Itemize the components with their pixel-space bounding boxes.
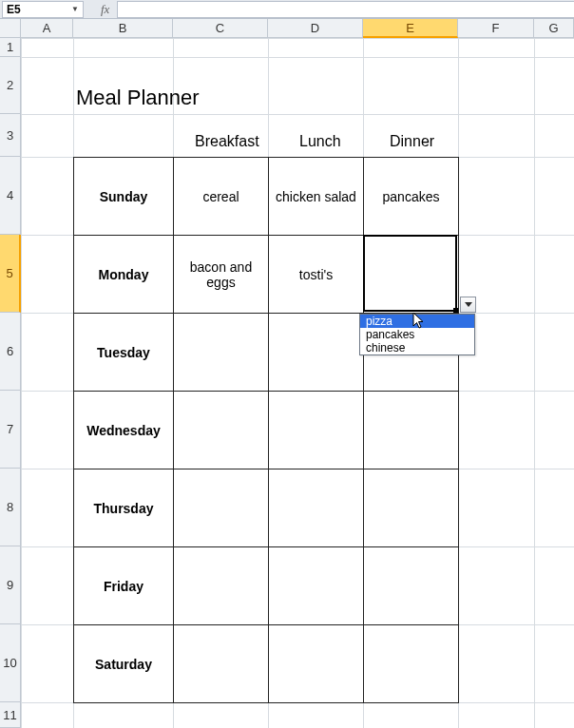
dropdown-option[interactable]: chinese [360, 341, 474, 354]
breakfast-cell[interactable] [174, 314, 269, 392]
breakfast-cell[interactable] [174, 547, 269, 625]
chevron-down-icon[interactable]: ▼ [71, 5, 79, 13]
dinner-cell[interactable] [364, 547, 459, 625]
row-header-7[interactable]: 7 [0, 391, 21, 469]
meal-planner-table: Sundaycerealchicken saladpancakesMondayb… [73, 157, 459, 703]
column-header-D[interactable]: D [268, 19, 363, 38]
row-header-1[interactable]: 1 [0, 38, 21, 57]
data-validation-dropdown-button[interactable] [460, 297, 476, 313]
day-label[interactable]: Monday [74, 236, 174, 314]
breakfast-cell[interactable] [174, 392, 269, 469]
day-label[interactable]: Thursday [74, 469, 174, 547]
lunch-cell[interactable] [269, 625, 364, 703]
data-validation-dropdown-list[interactable]: pizzapancakeschinese [359, 314, 475, 355]
column-header-A[interactable]: A [21, 19, 73, 38]
col-header-lunch: Lunch [299, 133, 341, 150]
name-box-value: E5 [7, 3, 21, 16]
lunch-cell[interactable]: tosti's [269, 236, 364, 314]
breakfast-cell[interactable] [174, 625, 269, 703]
dropdown-option[interactable]: pancakes [360, 328, 474, 341]
column-header-B[interactable]: B [73, 19, 173, 38]
column-header-F[interactable]: F [458, 19, 534, 38]
column-header-C[interactable]: C [173, 19, 268, 38]
lunch-cell[interactable] [269, 469, 364, 547]
column-header-E[interactable]: E [363, 19, 458, 38]
lunch-cell[interactable] [269, 392, 364, 469]
dinner-cell[interactable] [364, 625, 459, 703]
row-header-6[interactable]: 6 [0, 313, 21, 391]
dinner-cell[interactable] [364, 392, 459, 469]
lunch-cell[interactable] [269, 547, 364, 625]
select-all-corner[interactable] [0, 19, 21, 38]
spreadsheet-grid[interactable]: ABCDEFG 1234567891011 Meal Planner Break… [0, 19, 574, 728]
day-label[interactable]: Sunday [74, 158, 174, 236]
row-header-4[interactable]: 4 [0, 157, 21, 235]
day-label[interactable]: Tuesday [74, 314, 174, 392]
row-header-11[interactable]: 11 [0, 702, 21, 728]
row-header-10[interactable]: 10 [0, 624, 21, 702]
formula-input[interactable] [117, 1, 574, 18]
name-box[interactable]: E5 ▼ [2, 1, 84, 18]
lunch-cell[interactable]: chicken salad [269, 158, 364, 236]
row-header-3[interactable]: 3 [0, 114, 21, 157]
day-label[interactable]: Friday [74, 547, 174, 625]
breakfast-cell[interactable]: bacon and eggs [174, 236, 269, 314]
fx-icon[interactable]: fx [86, 2, 117, 17]
lunch-cell[interactable] [269, 314, 364, 392]
cells-canvas[interactable]: Meal Planner Breakfast Lunch Dinner Sund… [21, 38, 574, 728]
row-header-9[interactable]: 9 [0, 546, 21, 624]
col-header-breakfast: Breakfast [195, 133, 259, 150]
breakfast-cell[interactable]: cereal [174, 158, 269, 236]
col-header-dinner: Dinner [390, 133, 434, 150]
dinner-cell[interactable] [364, 469, 459, 547]
day-label[interactable]: Wednesday [74, 392, 174, 469]
column-header-G[interactable]: G [534, 19, 574, 38]
row-header-2[interactable]: 2 [0, 57, 21, 114]
page-title: Meal Planner [76, 86, 200, 110]
dinner-cell[interactable]: pancakes [364, 158, 459, 236]
row-header-8[interactable]: 8 [0, 469, 21, 546]
chevron-down-icon [465, 302, 472, 307]
formula-bar-area: E5 ▼ fx [0, 0, 574, 19]
dropdown-option[interactable]: pizza [360, 315, 474, 328]
dinner-cell[interactable] [364, 236, 459, 314]
breakfast-cell[interactable] [174, 469, 269, 547]
day-label[interactable]: Saturday [74, 625, 174, 703]
row-header-5[interactable]: 5 [0, 235, 21, 313]
